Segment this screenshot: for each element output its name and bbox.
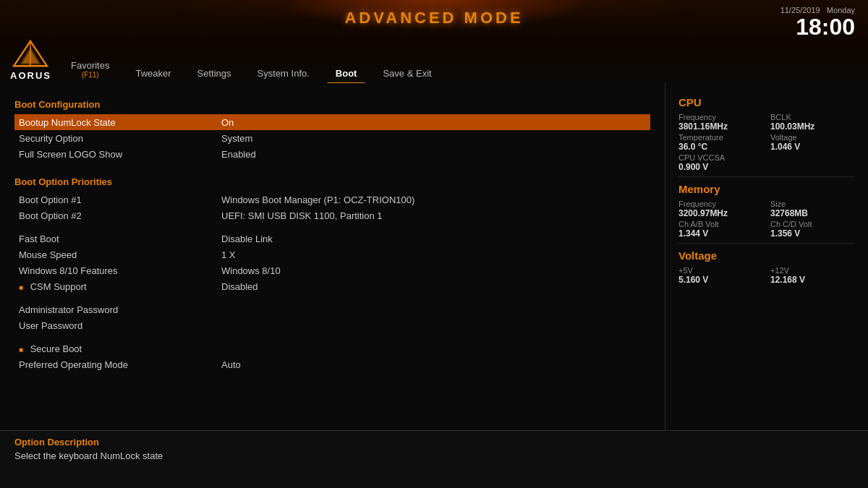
top-banner: ADVANCED MODE 11/25/2019 Monday 18:00 AO…: [0, 0, 868, 83]
nav-tabs: Favorites (F11) Tweaker Settings System …: [58, 43, 868, 83]
cpu-section-title: CPU: [678, 96, 855, 108]
row-security[interactable]: Security Option System: [14, 130, 650, 146]
mem-chcd-item: Ch C/D Volt 1.356 V: [770, 220, 855, 239]
section-boot-priority: Boot Option Priorities: [14, 176, 650, 187]
aorus-icon: [12, 40, 49, 69]
row-boot2[interactable]: Boot Option #2 UEFI: SMI USB DISK 1100, …: [14, 207, 650, 223]
voltage-section-title: Voltage: [678, 249, 855, 262]
row-userpass[interactable]: User Password: [14, 317, 650, 333]
page-title: ADVANCED MODE: [344, 9, 523, 27]
row-adminpass[interactable]: Administrator Password: [14, 301, 650, 317]
right-panel: CPU Frequency 3801.16MHz BCLK 100.03MHz …: [665, 83, 868, 430]
tab-tweaker[interactable]: Tweaker: [122, 64, 184, 83]
row-mousespeed[interactable]: Mouse Speed 1 X: [14, 247, 650, 262]
cpu-vccsa-item: CPU VCCSA 0.900 V: [678, 153, 763, 172]
left-panel: Boot Configuration Bootup NumLock State …: [0, 83, 665, 430]
cpu-bclk-item: BCLK 100.03MHz: [770, 113, 855, 132]
time-display: 18:00: [780, 14, 855, 40]
voltage-info-grid: +5V 5.160 V +12V 12.168 V: [678, 266, 855, 285]
csm-bullet: ■: [19, 283, 23, 291]
memory-info-grid: Frequency 3200.97MHz Size 32768MB Ch A/B…: [678, 200, 855, 239]
volt-12v-item: +12V 12.168 V: [770, 266, 855, 285]
row-fastboot[interactable]: Fast Boot Disable Link: [14, 231, 650, 247]
mem-freq-item: Frequency 3200.97MHz: [678, 200, 763, 218]
tab-sysinfo[interactable]: System Info.: [244, 64, 323, 83]
cpu-volt-item: Voltage 1.046 V: [770, 133, 855, 152]
mem-chab-item: Ch A/B Volt 1.344 V: [678, 220, 763, 239]
row-boot1[interactable]: Boot Option #1 Windows Boot Manager (P1:…: [14, 192, 650, 207]
option-desc-text: Select the keyboard NumLock state: [14, 450, 854, 461]
bottom-bar: Option Description Select the keyboard N…: [0, 430, 868, 488]
tab-boot[interactable]: Boot: [323, 64, 370, 83]
volt-5v-item: +5V 5.160 V: [678, 266, 763, 285]
cpu-temp-item: Temperature 36.0 °C: [678, 133, 763, 152]
row-win810[interactable]: Windows 8/10 Features Windows 8/10: [14, 262, 650, 278]
cpu-info-grid: Frequency 3801.16MHz BCLK 100.03MHz Temp…: [678, 113, 855, 172]
option-desc-title: Option Description: [14, 437, 854, 448]
cpu-freq-item: Frequency 3801.16MHz: [678, 113, 763, 132]
memory-section-title: Memory: [678, 183, 855, 195]
row-secureboot[interactable]: ■ Secure Boot: [14, 341, 650, 356]
tab-settings[interactable]: Settings: [184, 64, 244, 83]
row-csm[interactable]: ■ CSM Support Disabled: [14, 278, 650, 294]
logo-area: AORUS: [10, 40, 51, 81]
section-boot-config: Boot Configuration: [14, 99, 650, 110]
tab-saveexit[interactable]: Save & Exit: [370, 64, 444, 83]
tab-favorites[interactable]: Favorites (F11): [58, 56, 122, 83]
mem-size-item: Size 32768MB: [770, 200, 855, 218]
divider-2: [678, 243, 855, 244]
datetime-display: 11/25/2019 Monday 18:00: [780, 6, 855, 40]
row-prefmode[interactable]: Preferred Operating Mode Auto: [14, 356, 650, 372]
row-logo[interactable]: Full Screen LOGO Show Enabled: [14, 146, 650, 162]
secureboot-bullet: ■: [19, 346, 23, 354]
divider-1: [678, 176, 855, 177]
aorus-logo-text: AORUS: [10, 70, 51, 81]
row-numlock[interactable]: Bootup NumLock State On: [14, 114, 650, 130]
main-content: Boot Configuration Bootup NumLock State …: [0, 83, 868, 430]
